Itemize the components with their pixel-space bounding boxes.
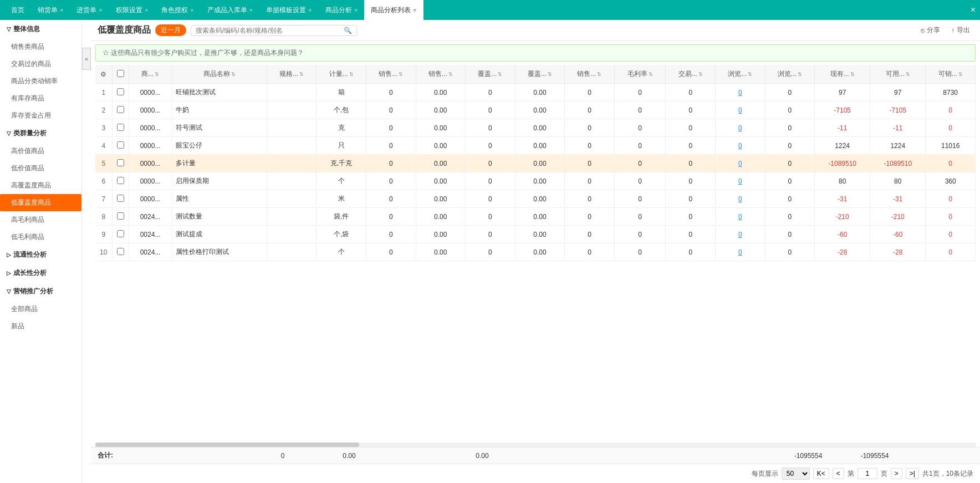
th-code[interactable]: 商...⇅ xyxy=(129,65,172,84)
row-coverage1: 0 xyxy=(466,84,515,101)
th-settings[interactable]: ⚙ xyxy=(95,65,112,84)
th-sales-qty[interactable]: 销售...⇅ xyxy=(366,65,416,84)
row-checkbox[interactable] xyxy=(112,101,129,119)
row-browse1[interactable]: 0 xyxy=(716,208,765,226)
row-browse1[interactable]: 0 xyxy=(716,243,765,261)
nav-permission-settings[interactable]: 权限设置 × xyxy=(109,0,155,20)
select-all-checkbox[interactable] xyxy=(117,70,124,77)
nav-purchase-order[interactable]: 进货单 × xyxy=(70,0,109,20)
row-checkbox[interactable] xyxy=(112,226,129,243)
sidebar-item-high-margin[interactable]: 高毛利商品 xyxy=(0,211,81,228)
row-browse1[interactable]: 0 xyxy=(716,101,765,119)
row-checkbox[interactable] xyxy=(112,84,129,101)
export-button[interactable]: ↑ 导出 xyxy=(948,24,973,36)
sidebar-group-liquidity[interactable]: ▷ 流通性分析 xyxy=(0,246,81,264)
last-page-button[interactable]: >| xyxy=(906,468,919,479)
nav-role-auth[interactable]: 角色授权 × xyxy=(155,0,200,20)
first-page-button[interactable]: K< xyxy=(813,468,829,479)
th-gross-margin[interactable]: 毛利率⇅ xyxy=(614,65,666,84)
scroll-thumb[interactable] xyxy=(95,443,359,447)
th-browse1[interactable]: 浏览...⇅ xyxy=(716,65,765,84)
nav-sales-order[interactable]: 销货单 × xyxy=(31,0,70,20)
sidebar-group-cluster[interactable]: ▽ 类群量分析 xyxy=(0,124,81,143)
search-icon[interactable]: 🔍 xyxy=(344,27,352,34)
row-usable-stock: -11 xyxy=(870,119,926,137)
row-checkbox[interactable] xyxy=(112,190,129,208)
table-row: 10 0024... 属性价格打印测试 个 0 0.00 0 0.00 0 0 … xyxy=(95,243,976,261)
nav-product-analysis[interactable]: 商品分析 × xyxy=(319,0,364,20)
sidebar-group-marketing[interactable]: ▽ 营销推广分析 xyxy=(0,282,81,301)
row-coverage1: 0 xyxy=(466,137,515,155)
row-browse1[interactable]: 0 xyxy=(716,226,765,243)
sidebar-group-growth[interactable]: ▷ 成长性分析 xyxy=(0,264,81,282)
row-sales-count: 0 xyxy=(565,101,615,119)
next-page-button[interactable]: > xyxy=(891,468,902,479)
close-icon[interactable]: × xyxy=(60,7,63,13)
sidebar-item-high-value[interactable]: 高价值商品 xyxy=(0,143,81,160)
th-unit[interactable]: 计量...⇅ xyxy=(317,65,366,84)
th-saleable[interactable]: 可销...⇅ xyxy=(926,65,976,84)
row-browse1[interactable]: 0 xyxy=(716,172,765,190)
nav-template-settings[interactable]: 单据模板设置 × xyxy=(259,0,318,20)
row-checkbox[interactable] xyxy=(112,172,129,190)
close-icon[interactable]: × xyxy=(249,7,253,13)
nav-home[interactable]: 首页 xyxy=(4,0,31,20)
sidebar-item-low-coverage[interactable]: 低覆盖度商品 xyxy=(0,194,81,211)
th-sales-count[interactable]: 销售...⇅ xyxy=(565,65,615,84)
row-browse1[interactable]: 0 xyxy=(716,190,765,208)
sidebar-item-in-stock-products[interactable]: 有库存商品 xyxy=(0,90,81,107)
row-checkbox[interactable] xyxy=(112,119,129,137)
sidebar-item-sales-products[interactable]: 销售类商品 xyxy=(0,38,81,55)
row-checkbox[interactable] xyxy=(112,243,129,261)
sidebar-item-category-turnover[interactable]: 商品分类动销率 xyxy=(0,73,81,90)
row-checkbox[interactable] xyxy=(112,208,129,226)
close-icon[interactable]: × xyxy=(145,7,148,13)
time-filter-button[interactable]: 近一月 xyxy=(155,24,186,36)
th-browse2[interactable]: 浏览...⇅ xyxy=(765,65,815,84)
sidebar-item-traded-products[interactable]: 交易过的商品 xyxy=(0,55,81,73)
th-checkbox[interactable] xyxy=(112,65,129,84)
per-page-select[interactable]: 50 100 200 xyxy=(782,467,810,480)
nav-finished-goods[interactable]: 产成品入库单 × xyxy=(201,0,259,20)
footer-usable-stock: -1095554 xyxy=(843,452,907,460)
close-all-button[interactable]: × xyxy=(971,5,976,15)
close-icon[interactable]: × xyxy=(190,7,193,13)
row-name: 测试数量 xyxy=(172,208,267,226)
row-checkbox[interactable] xyxy=(112,137,129,155)
row-coverage2: 0.00 xyxy=(515,172,565,190)
footer-current-stock: -1095554 xyxy=(776,452,840,460)
table-container[interactable]: ⚙ 商...⇅ 商品名称⇅ 规格...⇅ 计量...⇅ 销售...⇅ 销售...… xyxy=(91,65,980,443)
th-trade[interactable]: 交易...⇅ xyxy=(666,65,716,84)
th-sales-amt[interactable]: 销售...⇅ xyxy=(416,65,466,84)
close-icon[interactable]: × xyxy=(354,7,358,13)
search-input[interactable] xyxy=(196,27,344,34)
sidebar-item-low-value[interactable]: 低价值商品 xyxy=(0,160,81,177)
sidebar-item-all-products[interactable]: 全部商品 xyxy=(0,301,81,318)
sidebar-collapse-button[interactable]: « xyxy=(82,48,91,70)
share-button[interactable]: ⎋ 分享 xyxy=(917,24,943,36)
sidebar-group-overall[interactable]: ▽ 整体信息 xyxy=(0,20,81,38)
row-checkbox[interactable] xyxy=(112,155,129,172)
th-current-stock[interactable]: 现有...⇅ xyxy=(815,65,870,84)
sidebar-item-new-products[interactable]: 新品 xyxy=(0,318,81,335)
close-icon[interactable]: × xyxy=(99,7,102,13)
row-browse1[interactable]: 0 xyxy=(716,119,765,137)
sidebar-item-stock-funds[interactable]: 库存资金占用 xyxy=(0,107,81,124)
row-browse1[interactable]: 0 xyxy=(716,155,765,172)
th-coverage2[interactable]: 覆盖...⇅ xyxy=(515,65,565,84)
th-spec[interactable]: 规格...⇅ xyxy=(267,65,317,84)
row-browse1[interactable]: 0 xyxy=(716,137,765,155)
th-usable-stock[interactable]: 可用...⇅ xyxy=(870,65,926,84)
sidebar-item-high-coverage[interactable]: 高覆盖度商品 xyxy=(0,177,81,194)
row-browse1[interactable]: 0 xyxy=(716,84,765,101)
th-coverage1[interactable]: 覆盖...⇅ xyxy=(466,65,515,84)
row-coverage1: 0 xyxy=(466,243,515,261)
close-icon[interactable]: × xyxy=(413,7,416,13)
close-icon[interactable]: × xyxy=(308,7,312,13)
nav-product-analysis-list[interactable]: 商品分析列表 × xyxy=(364,0,423,20)
horizontal-scrollbar[interactable] xyxy=(95,443,976,447)
sidebar-item-low-margin[interactable]: 低毛利商品 xyxy=(0,228,81,246)
page-number-input[interactable] xyxy=(858,468,877,479)
th-name[interactable]: 商品名称⇅ xyxy=(172,65,267,84)
prev-page-button[interactable]: < xyxy=(833,468,844,479)
